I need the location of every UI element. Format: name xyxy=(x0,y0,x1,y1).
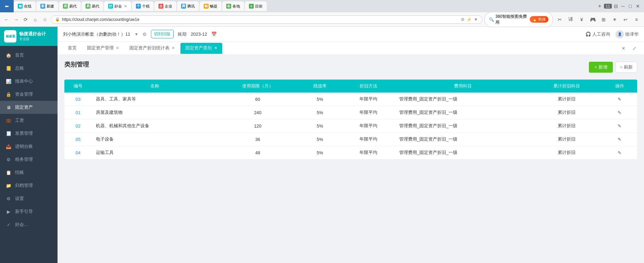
sidebar-item-guide[interactable]: ▶ 新手引导 xyxy=(0,205,58,218)
switch-btn[interactable]: 切到旧版 xyxy=(151,30,174,38)
sidebar-label-report: 报表中心 xyxy=(15,78,33,84)
tab-icon-gedi: 各 xyxy=(226,4,231,9)
tab-depreciation[interactable]: 固定资产折旧统计表 ✕ xyxy=(125,43,180,54)
browser-tab-yida1[interactable]: 易 易代 xyxy=(59,1,81,11)
refresh-btn[interactable]: ○ 刷新 xyxy=(616,62,637,73)
sidebar-item-inventory[interactable]: 📥 进销台账 xyxy=(0,140,58,153)
tab-close-category[interactable]: ✕ xyxy=(214,46,217,50)
sidebar-item-help[interactable]: ✓ 好会... xyxy=(0,218,58,231)
tab-close-haokuai[interactable]: ✕ xyxy=(124,4,127,9)
cell-actions[interactable]: ✎ xyxy=(602,146,637,159)
edit-icon[interactable]: ✎ xyxy=(618,110,621,115)
period-label: 账期 xyxy=(178,31,187,37)
cell-accumulated: 累计折旧 xyxy=(531,133,602,146)
reload-btn[interactable]: ⟳ xyxy=(22,16,29,23)
browser-tab-enterprise[interactable]: 企 企业 xyxy=(154,1,176,11)
cell-residual: 5% xyxy=(298,133,342,146)
tab-expand-btn[interactable]: ⤢ xyxy=(630,44,639,52)
game-btn[interactable]: 🎮 xyxy=(588,15,597,24)
th-method: 折旧方法 xyxy=(342,80,395,93)
tab-home[interactable]: 首页 xyxy=(63,43,81,54)
minimize-btn[interactable]: ─ xyxy=(620,3,626,9)
cell-period: 36 xyxy=(217,133,298,146)
tab-icon-enterprise: 企 xyxy=(159,4,163,9)
sidebar-item-archive[interactable]: 📁 归档管理 xyxy=(0,179,58,192)
edit-icon[interactable]: ✎ xyxy=(618,137,621,142)
site-info-icon[interactable]: ⚙ xyxy=(461,17,465,22)
sidebar-item-ledger[interactable]: 📒 总账 xyxy=(0,62,58,75)
user-profile-btn[interactable]: 👤 徐泽华 xyxy=(616,30,639,38)
close-btn[interactable]: ✕ xyxy=(634,3,641,9)
service-btn[interactable]: 🎧 人工咨询 xyxy=(585,31,610,37)
browser-tab-new[interactable]: 新 新建 xyxy=(36,1,58,11)
menu-btn[interactable]: ≡ xyxy=(632,15,641,24)
tab-close-fixed-asset-mgmt[interactable]: ✕ xyxy=(116,46,119,50)
home-btn[interactable]: ⌂ xyxy=(31,16,39,23)
tab-icon-online: 畅 xyxy=(18,4,23,9)
tab-restore-btn[interactable]: ✕ xyxy=(619,44,628,52)
cell-actions[interactable]: ✎ xyxy=(602,133,637,146)
grid-btn[interactable]: ⊞ xyxy=(599,15,608,24)
hot-search-badge: 🔥 热搜 xyxy=(530,16,548,23)
undo-btn[interactable]: ↩ xyxy=(621,15,630,24)
inventory-icon: 📥 xyxy=(5,143,12,150)
lightning-icon[interactable]: ⚡ xyxy=(467,17,472,22)
browser-tab-online[interactable]: 畅 在线 xyxy=(14,1,36,11)
period-value: 2023-12 xyxy=(191,32,207,37)
topbar-settings-icon[interactable]: ⚙ xyxy=(142,32,147,37)
sidebar-header: 畅捷通 畅捷通好会计 专业版 xyxy=(0,27,58,46)
brightness-btn[interactable]: ☀ xyxy=(610,15,619,24)
cell-period: 120 xyxy=(217,119,298,133)
tax-icon: ⚙ xyxy=(5,156,12,163)
address-bar[interactable]: 🔒 https://cloud.chanjet.com/accounting/u… xyxy=(51,15,482,24)
sidebar-item-settings[interactable]: ⚙ 设置 xyxy=(0,192,58,205)
th-residual: 残值率 xyxy=(298,80,342,93)
tab-fixed-asset-mgmt[interactable]: 固定资产管理 ✕ xyxy=(82,43,124,54)
sidebar-label-home: 首页 xyxy=(15,52,24,58)
edit-icon[interactable]: ✎ xyxy=(618,97,621,102)
sidebar-item-report[interactable]: 📊 报表中心 xyxy=(0,75,58,88)
cell-name: 房屋及建筑物 xyxy=(92,106,217,119)
topbar-dropdown-icon[interactable]: ▼ xyxy=(134,32,138,37)
payroll-icon: 💼 xyxy=(5,117,12,123)
cell-actions[interactable]: ✎ xyxy=(602,119,637,133)
cell-actions[interactable]: ✎ xyxy=(602,93,637,106)
tab-category[interactable]: 固定资产类别 ✕ xyxy=(180,43,222,54)
scissors-btn[interactable]: ✂ xyxy=(555,15,565,24)
bookmark-btn[interactable]: ☆ xyxy=(41,16,49,23)
browser-tab-tencent[interactable]: 腾 腾讯 xyxy=(177,1,199,11)
dropdown-icon[interactable]: ▼ xyxy=(474,17,478,22)
translate-btn[interactable]: 译 xyxy=(566,15,576,24)
add-btn[interactable]: + 新增 xyxy=(589,62,613,73)
sidebar-item-payroll[interactable]: 💼 工资 xyxy=(0,114,58,127)
tab-close-depreciation[interactable]: ✕ xyxy=(172,46,175,50)
cell-actions[interactable]: ✎ xyxy=(602,106,637,119)
sidebar-item-home[interactable]: 🏠 首页 xyxy=(0,49,58,62)
browser-tab-tax[interactable]: 个 个税 xyxy=(132,1,154,11)
edit-icon[interactable]: ✎ xyxy=(618,150,621,155)
sidebar-item-funds[interactable]: 🔒 资金管理 xyxy=(0,88,58,101)
sidebar-item-fixed-assets[interactable]: 🖥 固定资产 xyxy=(0,101,58,114)
cell-code: 03 xyxy=(64,93,92,106)
topbar: 刘小艳演示帐套（勿删勿动！）11 ▼ ⚙ 切到旧版 账期 2023-12 📅 🎧… xyxy=(58,27,644,42)
browser-tab-muqian[interactable]: S 目前 xyxy=(245,1,267,11)
sidebar-item-settlement[interactable]: 📋 结账 xyxy=(0,166,58,179)
calendar-icon[interactable]: 📅 xyxy=(211,32,217,37)
username: 徐泽华 xyxy=(625,31,639,37)
maximize-btn[interactable]: □ xyxy=(628,3,633,9)
back-btn[interactable]: ← xyxy=(3,16,10,23)
edit-icon[interactable]: ✎ xyxy=(618,123,621,129)
browser-tab-gedi[interactable]: 各 各地 xyxy=(222,1,244,11)
sidebar-item-invoice[interactable]: 🧾 发票管理 xyxy=(0,127,58,140)
forward-btn[interactable]: → xyxy=(12,16,20,23)
sidebar-label-fixed-assets: 固定资产 xyxy=(15,104,33,110)
new-tab-btn[interactable]: + xyxy=(597,3,603,9)
sidebar-label-ledger: 总账 xyxy=(15,65,24,71)
sidebar-item-tax[interactable]: ⚙ 税务管理 xyxy=(0,153,58,166)
browser-tab-yida2[interactable]: 易 易代 xyxy=(81,1,103,11)
browser-tab-changte[interactable]: 畅 畅提 xyxy=(200,1,222,11)
browser-tab-haokuai[interactable]: 好 好会 ✕ xyxy=(104,1,131,11)
search-box[interactable]: 🔍 360智能抠图免费用 🔥 热搜 xyxy=(484,12,553,27)
tab-list-btn[interactable]: ⊟ xyxy=(613,3,619,9)
wallet-btn[interactable]: ¥ xyxy=(577,15,586,24)
